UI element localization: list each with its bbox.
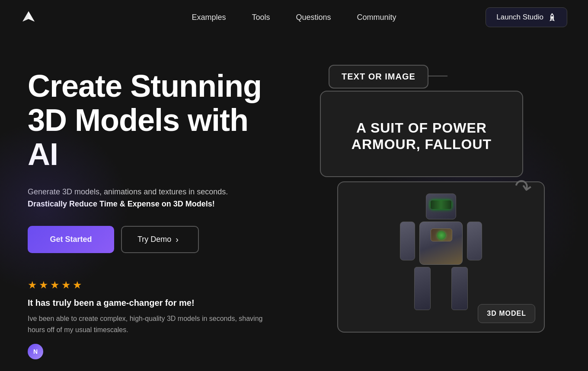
- hero-section: Create Stunning 3D Models with AI Genera…: [0, 35, 588, 371]
- nav-link-tools[interactable]: Tools: [252, 13, 270, 22]
- get-started-button[interactable]: Get Started: [28, 226, 114, 253]
- robot-leg-left: [414, 267, 431, 310]
- arrow-right-icon: ›: [176, 235, 179, 244]
- text-or-image-pill: TEXT OR IMAGE: [329, 65, 428, 89]
- svg-point-0: [551, 16, 553, 18]
- model-label: 3D MODEL: [478, 304, 535, 323]
- robot-chest: [431, 228, 452, 241]
- launch-studio-label: Launch Studio: [496, 13, 543, 22]
- demo-container: TEXT OR IMAGE A SUIT OF POWER ARMOUR, FA…: [320, 65, 536, 333]
- launch-studio-button[interactable]: Launch Studio: [486, 7, 567, 27]
- try-demo-button[interactable]: Try Demo ›: [121, 226, 199, 253]
- logo-icon: [21, 10, 36, 25]
- review-title: It has truly been a game-changer for me!: [28, 298, 278, 308]
- try-demo-label: Try Demo: [137, 235, 171, 244]
- reviewer-avatar: N: [28, 344, 43, 359]
- navbar: Examples Tools Questions Community Launc…: [0, 0, 588, 35]
- robot-head: [426, 193, 456, 219]
- logo[interactable]: [21, 10, 36, 25]
- nav-link-questions[interactable]: Questions: [296, 13, 331, 22]
- robot-arm-right: [467, 222, 482, 260]
- nav-link-community[interactable]: Community: [357, 13, 396, 22]
- robot-figure: [393, 193, 489, 314]
- prompt-text: A SUIT OF POWER ARMOUR, FALLOUT: [338, 120, 505, 153]
- star-3: ★: [50, 279, 60, 291]
- robot-arm-left: [400, 222, 415, 260]
- robot-visor: [431, 200, 451, 209]
- hero-subtitle-line1: Generate 3D models, animations and textu…: [28, 187, 228, 196]
- star-4: ★: [61, 279, 71, 291]
- hero-subtitle-line2: Drastically Reduce Time & Expense on 3D …: [28, 200, 215, 208]
- star-rating: ★ ★ ★ ★ ★: [28, 279, 278, 291]
- model-box: 3D MODEL: [337, 181, 545, 333]
- hero-left: Create Stunning 3D Models with AI Genera…: [28, 60, 278, 359]
- nav-links: Examples Tools Questions Community: [192, 13, 396, 22]
- star-2: ★: [39, 279, 48, 291]
- hero-right: TEXT OR IMAGE A SUIT OF POWER ARMOUR, FA…: [296, 60, 560, 333]
- robot-emblem: [437, 231, 446, 240]
- rocket-icon: [548, 13, 556, 22]
- hero-title: Create Stunning 3D Models with AI: [28, 69, 278, 172]
- star-5: ★: [73, 279, 82, 291]
- robot-leg-right: [451, 267, 468, 310]
- review-text: Ive been able to create complex, high-qu…: [28, 313, 278, 335]
- star-1: ★: [28, 279, 37, 291]
- prompt-box: A SUIT OF POWER ARMOUR, FALLOUT: [320, 91, 523, 177]
- nav-link-examples[interactable]: Examples: [192, 13, 226, 22]
- robot-torso: [419, 222, 463, 265]
- reviewer: N: [28, 344, 278, 359]
- robot-body: [393, 193, 489, 314]
- hero-buttons: Get Started Try Demo ›: [28, 226, 278, 253]
- hero-subtitle: Generate 3D models, animations and textu…: [28, 186, 278, 211]
